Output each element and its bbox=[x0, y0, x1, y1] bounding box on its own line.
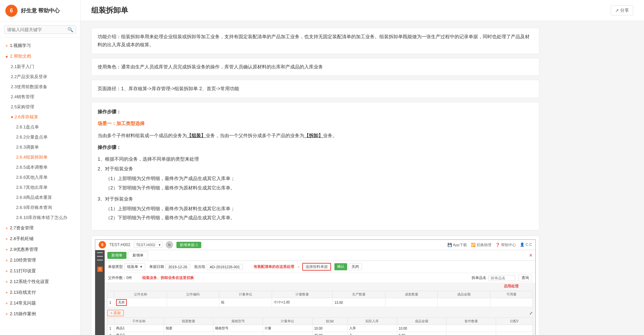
app-icon-switch[interactable]: 🔁 切换助理 bbox=[471, 242, 491, 247]
app-close-btn[interactable]: ✕ bbox=[529, 253, 533, 258]
td-complete-val bbox=[385, 298, 438, 307]
btd-set2 bbox=[446, 332, 496, 335]
sidebar-item-ledger[interactable]: 2.6.9库存账本查询 bbox=[0, 203, 80, 213]
sidebar-item-costcalc[interactable]: 2.6.8商品成本重算 bbox=[0, 192, 80, 203]
th-amount: 成品金额 bbox=[438, 291, 490, 298]
app-tab-active[interactable]: 新增单 bbox=[107, 252, 126, 259]
search-icon[interactable]: 🔍 bbox=[67, 27, 73, 32]
sidebar-item-stocktake[interactable]: 2.6.1盘点单 bbox=[0, 122, 80, 132]
arrow-right1: → bbox=[296, 265, 300, 269]
date-field: 单据日期 2019-12-26 bbox=[149, 264, 190, 270]
sidebar-item-operation[interactable]: + 2.10经营管理 bbox=[0, 255, 80, 266]
minus-icon: ● bbox=[5, 54, 8, 59]
app-icon-download[interactable]: 💾 App下载 bbox=[447, 242, 467, 247]
bottom-table-wrapper: 子件名称 报废数量 规格型号 计量单位 BOM 实际入库 成品金额 套件数量 bbox=[105, 318, 535, 335]
bottom-table-header-row: 子件名称 报废数量 规格型号 计量单位 BOM 实际入库 成品金额 套件数量 bbox=[108, 318, 533, 325]
app-body: ☰ 新增单 新增单 ✕ bbox=[95, 250, 535, 335]
screenshot-container: 6 TEST-H002 TEST-H002 ▾ ↻ 新增单据-1 💾 App下载… bbox=[91, 236, 539, 335]
btd-bom2: 30.00 bbox=[312, 332, 347, 335]
annotation-btn1[interactable]: 选择拆料单据 bbox=[302, 263, 331, 271]
td-name: 无米 bbox=[114, 298, 167, 307]
sidebar-item-video[interactable]: + 1.视频学习 bbox=[0, 40, 80, 51]
batch-field: 批次组 AD-20191226-001 bbox=[194, 264, 243, 270]
app-company: TEST-H002 bbox=[109, 242, 130, 247]
sidebar-item-capital[interactable]: + 2.7资金管理 bbox=[0, 223, 80, 233]
steps-title: 操作步骤： bbox=[98, 108, 533, 116]
sidebar-item-faq[interactable]: + 2.14常见问题 bbox=[0, 298, 80, 309]
strip-line3 bbox=[97, 260, 103, 261]
sidebar-item-wrongacc[interactable]: 2.6.10库存账本错了怎么办 bbox=[0, 213, 80, 223]
steps-block: 操作步骤： 场景一：加工类型选择 当由多个子件材料组装成一个成品的业务为【组装】… bbox=[91, 102, 539, 230]
sidebar-item-mobile[interactable]: + 2.8手机旺铺 bbox=[0, 233, 80, 244]
subtype-label: 拆单品名 bbox=[472, 275, 486, 280]
table-row: 1 无米 组 个/个×1.00 13.00 bbox=[108, 298, 533, 307]
td-produce-val: 13.00 bbox=[333, 298, 385, 307]
app-company-select[interactable]: TEST-H002 ▾ bbox=[134, 242, 162, 248]
td-count-val: 个/个×1.00 bbox=[272, 298, 332, 307]
bth-bom: BOM bbox=[312, 318, 347, 325]
btd-unit1: 计量 bbox=[263, 325, 312, 332]
bth-waste: 报废数量 bbox=[164, 318, 213, 325]
top-table-body: 1 无米 组 个/个×1.00 13.00 bbox=[108, 298, 533, 307]
add-row-btn[interactable]: + 添加 bbox=[107, 310, 124, 316]
app-newdoc-btn[interactable]: 新增单据-1 bbox=[176, 242, 201, 248]
app-tab-inactive[interactable]: 新增单 bbox=[128, 252, 148, 259]
bth-check bbox=[108, 318, 114, 325]
cancel-btn[interactable]: 关闭 bbox=[348, 263, 362, 270]
sidebar-item-adjust[interactable]: 2.6.3调拨单 bbox=[0, 142, 80, 152]
sidebar-item-payment[interactable]: + 2.13在线支付 bbox=[0, 287, 80, 298]
sidebar-item-custom[interactable]: + 2.12系统个性化设置 bbox=[0, 276, 80, 287]
doc-type-select[interactable]: 组装单 ▾ bbox=[124, 263, 145, 270]
share-button[interactable]: ↗ 分享 bbox=[611, 5, 633, 15]
subtype-input[interactable] bbox=[488, 275, 515, 281]
expand-icon[interactable]: ⤢ bbox=[529, 311, 533, 316]
sidebar-item-coupon[interactable]: + 2.9优惠券管理 bbox=[0, 244, 80, 255]
intro-text: 功能介绍：组装拆卸单用来处理企业组装或拆卸等加工业务，支持有固定装配清单的产品加… bbox=[98, 34, 530, 47]
sidebar-item-purchase[interactable]: 2.5采购管理 bbox=[0, 102, 80, 112]
bth-dist: 分配V bbox=[496, 318, 532, 325]
sidebar-item-costadj[interactable]: 2.6.5成本调整单 bbox=[0, 162, 80, 172]
minus-icon-inventory: ● bbox=[11, 114, 14, 119]
add-row-area: + 添加 bbox=[107, 310, 124, 316]
search-box[interactable]: 🔍 bbox=[4, 25, 76, 34]
search-btn[interactable]: 查询 bbox=[519, 274, 532, 281]
sidebar-item-otherin[interactable]: 2.6.6其他入库单 bbox=[0, 172, 80, 182]
bth-spec: 规格型号 bbox=[213, 318, 263, 325]
app-icon-user[interactable]: 👤 C.C bbox=[520, 242, 532, 247]
batch-value[interactable]: AD-20191226-001 bbox=[207, 264, 243, 270]
btd-actual2: 入 bbox=[347, 332, 397, 335]
sidebar-item-assembly[interactable]: 2.6.4组装拆卸单 bbox=[0, 152, 80, 162]
btd-dist1 bbox=[496, 325, 532, 332]
sidebar-item-sales[interactable]: 2.4销售管理 bbox=[0, 92, 80, 102]
strip-orange-icon: ☰ bbox=[97, 267, 103, 272]
app-logo-icon: 6 bbox=[5, 5, 17, 17]
search-input[interactable] bbox=[7, 27, 67, 32]
date-value[interactable]: 2019-12-26 bbox=[165, 264, 190, 270]
sidebar: 6 好生意 帮助中心 🔍 + 1.视频学习 ● 2.帮助文档 2.1新手入门 2… bbox=[0, 0, 80, 335]
btd-dist2 bbox=[496, 332, 532, 335]
app-icon-help[interactable]: ❓ 帮助中心 bbox=[495, 242, 516, 247]
app-topbar: 6 TEST-H002 TEST-H002 ▾ ↻ 新增单据-1 💾 App下载… bbox=[95, 240, 535, 250]
bottom-table-body: 1 商品1 报废 规格型号 计量 10.00 入库 10.00 bbox=[108, 325, 533, 335]
sidebar-item-otherout[interactable]: 2.6.7其他出库单 bbox=[0, 182, 80, 192]
btd-amount2: 0.00 bbox=[397, 332, 446, 335]
screenshot-wrapper: 6 TEST-H002 TEST-H002 ▾ ↻ 新增单据-1 💾 App下载… bbox=[95, 239, 536, 335]
sidebar-item-inventory[interactable]: ● 2.6库存核算 bbox=[0, 112, 80, 122]
th-complete: 成套数量 bbox=[385, 291, 438, 298]
highlighted-cell[interactable]: 无米 bbox=[116, 299, 127, 306]
sidebar-item-prepare[interactable]: 2.3使用前数据准备 bbox=[0, 82, 80, 92]
sidebar-item-cases[interactable]: + 2.15操作案例 bbox=[0, 309, 80, 319]
sidebar-item-docs[interactable]: ● 2.帮助文档 bbox=[0, 51, 80, 62]
step3-2: （2）下部明细为子件明细，最终作为产成品生成其它入库单。 bbox=[106, 214, 533, 222]
sidebar-item-install[interactable]: 2.2产品安装及登录 bbox=[0, 72, 80, 82]
sidebar-item-partialstock[interactable]: 2.6.2分量盘点单 bbox=[0, 132, 80, 142]
confirm-btn[interactable]: 确认 bbox=[334, 263, 347, 270]
app-left-strip: ☰ bbox=[95, 250, 105, 335]
step3: 3、对于拆装业务 bbox=[98, 195, 533, 203]
annotation-text3: 启用处理 bbox=[504, 284, 519, 289]
sidebar-item-newbie[interactable]: 2.1新手入门 bbox=[0, 62, 80, 72]
confirm-cancel-btns: 确认 关闭 bbox=[334, 263, 362, 270]
doc-type-label: 单据类型 bbox=[108, 264, 123, 269]
sidebar-item-print[interactable]: + 2.11打印设置 bbox=[0, 266, 80, 276]
app-form-row2: 父件件数：0件 组装业务、拆卸业务在这里切换 拆单品名 查询 bbox=[105, 273, 535, 283]
